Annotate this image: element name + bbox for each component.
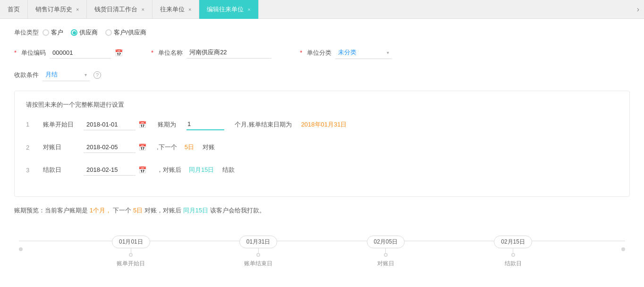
unit-class-dropdown[interactable]: 未分类 ▾ <box>335 46 392 59</box>
payment-help-icon[interactable]: ? <box>93 71 101 79</box>
end-date-value: 2018年01月31日 <box>301 120 347 129</box>
setting-row-1: 1 账单开始日 📅 账期为 个月,账单结束日期为 2018年01月31日 <box>26 118 618 130</box>
payment-hint-suffix: 结款 <box>222 166 235 174</box>
reconcile-date-input[interactable] <box>84 142 136 153</box>
payment-hint-prefix: ，对账后 <box>157 166 181 174</box>
radio-supplier[interactable]: 供应商 <box>71 28 98 37</box>
timeline-tick-3 <box>385 248 386 253</box>
tab-more-button[interactable]: › <box>632 5 644 14</box>
payment-hint-date: 同月15日 <box>189 166 214 174</box>
row-label-3: 结款日 <box>43 166 76 174</box>
timeline-text-1: 账单开始日 <box>117 260 145 268</box>
unit-class-group: * 单位分类 未分类 ▾ <box>300 46 392 59</box>
tab-partner[interactable]: 往来单位 × <box>153 0 199 19</box>
cal-icon-2[interactable]: 📅 <box>138 144 146 151</box>
preview-text: 账期预览：当前客户账期是 1个月， 下一个 5日 对账，对账后 同月15日 该客… <box>14 206 630 215</box>
timeline-label-3: 02月05日 <box>367 236 405 248</box>
cal-icon-3[interactable]: 📅 <box>138 166 146 174</box>
required-name: * <box>151 49 153 56</box>
tab-edit-partner[interactable]: 编辑往来单位 × <box>199 0 258 19</box>
unit-info-row: * 单位编码 📅 * 单位名称 * 单位分类 未分类 ▾ <box>14 46 630 59</box>
timeline-text-2: 账单结束日 <box>244 260 272 268</box>
date-wrapper-2: 📅 <box>84 142 146 153</box>
unit-class-label: 单位分类 <box>307 49 331 57</box>
unit-class-value: 未分类 <box>338 48 385 57</box>
date-wrapper-1: 📅 <box>84 119 146 130</box>
unit-code-label: 单位编码 <box>21 49 46 57</box>
timeline-dot-4 <box>511 253 515 257</box>
unit-name-input[interactable] <box>186 47 271 59</box>
radio-label-both: 客户/供应商 <box>114 28 146 37</box>
unit-type-group: 单位类型 客户 供应商 客户/供应商 <box>14 28 146 37</box>
timeline-label-2: 01月31日 <box>239 236 278 248</box>
payment-arrow: ▾ <box>85 72 87 77</box>
row-num-1: 1 <box>26 121 35 128</box>
radio-customer[interactable]: 客户 <box>42 28 63 37</box>
timeline-dot-3 <box>384 253 388 257</box>
payment-value: 月结 <box>45 70 83 79</box>
preview-mid2: 对账，对账后 <box>144 207 181 214</box>
setting-row-3: 3 结款日 📅 ，对账后 同月15日 结款 <box>26 164 618 176</box>
start-dot <box>19 247 23 251</box>
period-value-input[interactable] <box>186 118 224 130</box>
preview-mid1: 下一个 <box>113 207 131 214</box>
preview-date1: 5日 <box>133 207 143 214</box>
timeline-dot-1 <box>129 253 133 257</box>
timeline-label-1: 01月01日 <box>112 236 150 248</box>
timeline-node-1: 01月01日 账单开始日 <box>112 236 150 268</box>
preview-period: 1个月， <box>90 207 111 214</box>
close-edit-partner[interactable]: × <box>247 7 250 12</box>
timeline-nodes: 01月01日 账单开始日 01月31日 账单结束日 02月05日 对账日 <box>19 236 625 268</box>
tab-bar: 首页 销售订单历史 × 钱货日清工作台 × 往来单位 × 编辑往来单位 × › <box>0 0 644 19</box>
radio-both[interactable]: 客户/供应商 <box>105 28 146 37</box>
tab-cash-work[interactable]: 钱货日清工作台 × <box>87 0 152 19</box>
unit-code-icon[interactable]: 📅 <box>115 49 123 57</box>
setting-row-2: 2 对账日 📅 ,下一个 5日 对账 <box>26 142 618 153</box>
timeline-text-4: 结款日 <box>505 260 522 268</box>
reconcile-hint-suffix: 对账 <box>203 143 215 152</box>
start-date-input[interactable] <box>84 119 136 130</box>
preview-suffix: 该客户会给我打款。 <box>210 207 265 214</box>
cal-icon-1[interactable]: 📅 <box>138 121 146 128</box>
row-num-2: 2 <box>26 144 35 151</box>
required-code: * <box>14 49 17 56</box>
payment-label: 收款条件 <box>14 71 39 79</box>
timeline-text-3: 对账日 <box>377 260 394 268</box>
tab-home[interactable]: 首页 <box>0 0 28 19</box>
unit-name-label: 单位名称 <box>158 49 183 57</box>
radio-circle-both <box>105 29 112 36</box>
close-sales-history[interactable]: × <box>76 7 79 12</box>
timeline-node-2: 01月31日 账单结束日 <box>239 236 278 268</box>
timeline-tick-1 <box>131 248 131 253</box>
unit-type-label: 单位类型 <box>14 28 39 37</box>
tab-sales-history[interactable]: 销售订单历史 × <box>28 0 87 19</box>
payment-date-input[interactable] <box>84 164 136 176</box>
unit-type-row: 单位类型 客户 供应商 客户/供应商 <box>14 28 630 37</box>
timeline-tick-2 <box>258 248 259 253</box>
unit-name-group: * 单位名称 <box>151 47 271 59</box>
radio-label-customer: 客户 <box>51 28 63 37</box>
close-partner[interactable]: × <box>188 7 191 12</box>
timeline-end-dot <box>621 247 625 251</box>
main-content: 单位类型 客户 供应商 客户/供应商 * 单位编码 <box>0 19 644 287</box>
unit-class-arrow: ▾ <box>387 50 389 55</box>
unit-code-input[interactable] <box>50 47 111 59</box>
radio-circle-supplier <box>71 29 77 36</box>
reconcile-hint-date: 5日 <box>185 143 194 152</box>
period-unit: 个月,账单结束日期为 <box>235 120 292 129</box>
payment-dropdown[interactable]: 月结 ▾ <box>42 68 90 81</box>
timeline-node-3: 02月05日 对账日 <box>367 236 405 268</box>
timeline-container: 01月01日 账单开始日 01月31日 账单结束日 02月05日 对账日 <box>14 226 630 287</box>
reconcile-hint-prefix: ,下一个 <box>157 143 177 152</box>
row-label-1: 账单开始日 <box>43 120 76 129</box>
row-label-2: 对账日 <box>43 143 76 152</box>
radio-label-supplier: 供应商 <box>79 28 98 37</box>
timeline-dot-2 <box>256 253 260 257</box>
period-label: 账期为 <box>158 120 176 129</box>
radio-circle-customer <box>42 29 49 36</box>
timeline-tick-4 <box>513 248 513 253</box>
row-num-3: 3 <box>26 167 35 174</box>
close-cash-work[interactable]: × <box>141 7 144 12</box>
timeline-node-4: 02月15日 结款日 <box>494 236 532 268</box>
timeline-start-dot <box>19 247 23 251</box>
